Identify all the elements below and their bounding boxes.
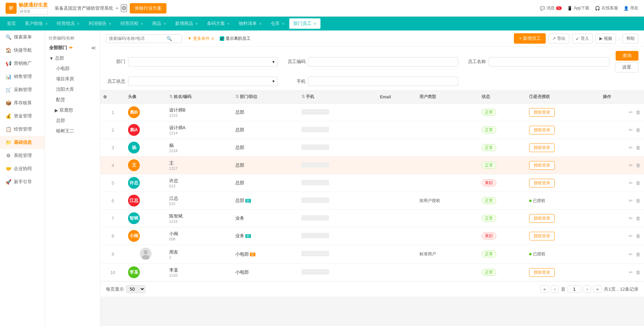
view-button[interactable]: ▶ 视频 (596, 34, 616, 44)
nav-tab-利润报告[interactable]: 利润报告✕ (84, 18, 116, 29)
auth-button[interactable]: 授权登录 (529, 214, 555, 223)
nav-tab-客户联络[interactable]: 客户联络✕ (21, 18, 52, 29)
emp-code-input[interactable] (308, 57, 458, 67)
show-resigned-checkbox[interactable]: 显示离职员工 (220, 36, 251, 42)
trial-button[interactable]: 体验行业方案 (130, 3, 166, 14)
delete-icon[interactable]: 🗑 (636, 127, 641, 133)
auth-button[interactable]: 授权登录 (529, 179, 555, 187)
tab-close-icon[interactable]: ✕ (259, 22, 262, 26)
edit-icon[interactable]: ✏ (629, 180, 633, 186)
sidebar-item-collab[interactable]: 🤝 企业协同 (0, 162, 45, 175)
dept-item-zhishu[interactable]: 植树王二 (45, 126, 100, 136)
tab-close-icon[interactable]: ✕ (109, 22, 111, 26)
delete-icon[interactable]: 🗑 (636, 252, 641, 257)
phone-input[interactable] (308, 77, 458, 86)
export-button[interactable]: ↗ 导出 (548, 34, 569, 44)
dept-collapse-btn[interactable]: ≪ (91, 45, 96, 51)
nav-tab-部门员工[interactable]: 部门员工✕ (289, 18, 320, 29)
app-download-button[interactable]: 📱 App下载 (567, 5, 589, 11)
delete-icon[interactable]: 🗑 (636, 215, 641, 221)
auth-button[interactable]: 授权登录 (529, 108, 555, 117)
help-button[interactable]: 帮助 (623, 34, 638, 44)
tab-close-icon[interactable]: ✕ (314, 22, 316, 26)
message-button[interactable]: 💬 消息 5 (540, 5, 562, 11)
last-page-button[interactable]: » (593, 285, 602, 293)
col-header-3[interactable]: ⇅ 部门/职位 (233, 90, 299, 104)
dept-item-xiaodian[interactable]: 小电部 (45, 63, 100, 74)
dept-filter-select[interactable]: ▾ (128, 57, 278, 67)
edit-icon[interactable]: ✏ (629, 252, 633, 257)
delete-icon[interactable]: 🗑 (636, 145, 641, 150)
nav-tab-商品[interactable]: 商品✕ (148, 18, 170, 29)
dept-item-distribution[interactable]: 配货 (45, 95, 100, 105)
nav-tab-仓库[interactable]: 仓库✕ (266, 18, 289, 29)
edit-icon[interactable]: ✏ (629, 215, 633, 221)
delete-icon[interactable]: 🗑 (636, 198, 641, 203)
edit-icon[interactable]: ✏ (629, 270, 633, 275)
auth-button[interactable]: 授权登录 (529, 232, 555, 240)
emp-status-select[interactable]: ▾ (128, 77, 278, 86)
tab-close-icon[interactable]: ✕ (163, 22, 166, 26)
auth-button[interactable]: 授权登录 (529, 268, 555, 277)
next-page-button[interactable]: › (583, 285, 591, 293)
nav-tab-新增商品[interactable]: 新增商品✕ (171, 18, 202, 29)
nav-tab-首页[interactable]: 首页 (3, 18, 20, 29)
sidebar-item-marketing[interactable]: 📢 营销推广 (0, 57, 45, 70)
delete-icon[interactable]: 🗑 (636, 270, 641, 275)
edit-icon[interactable]: ✏ (629, 198, 633, 203)
sidebar-item-search[interactable]: 🔍 搜索菜单 (0, 30, 45, 44)
delete-icon[interactable]: 🗑 (636, 162, 641, 168)
user-menu[interactable]: 👤 用友 (624, 5, 638, 11)
sidebar-item-guide[interactable]: 🚀 新手引导 (0, 175, 45, 188)
sidebar-item-sales[interactable]: 📊 销售管理 (0, 70, 45, 83)
query-button[interactable]: 查询 (616, 51, 638, 61)
online-service-button[interactable]: 🎧 在线客服 (595, 5, 618, 11)
settings-button[interactable]: ⚙ (121, 4, 127, 12)
current-page-input[interactable] (568, 285, 581, 293)
emp-name-input[interactable] (489, 57, 609, 67)
dept-search-input[interactable] (48, 36, 100, 41)
dropdown-icon[interactable]: ▾ (116, 6, 118, 11)
more-conditions-btn[interactable]: ▼ 更多条件 ∧ (185, 34, 217, 43)
auth-button[interactable]: 授权登录 (529, 161, 555, 170)
nav-tab-经营情况[interactable]: 经营情况✕ (53, 18, 84, 29)
add-employee-button[interactable]: + 新增员工 (514, 33, 545, 44)
per-page-select[interactable]: 50 100 (126, 285, 145, 293)
sidebar-item-system[interactable]: ⚙ 系统管理 (0, 149, 45, 162)
search-icon[interactable]: 🔍 (166, 36, 172, 41)
prev-page-button[interactable]: ‹ (551, 285, 559, 293)
sidebar-item-nav[interactable]: 🏠 快捷导航 (0, 44, 45, 57)
sidebar-item-business[interactable]: 📋 经营管理 (0, 123, 45, 136)
delete-icon[interactable]: 🗑 (636, 109, 641, 115)
tab-close-icon[interactable]: ✕ (227, 22, 230, 26)
edit-icon[interactable]: ✏ (629, 109, 633, 115)
dept-item-hq[interactable]: ▼ 总部 (45, 53, 100, 63)
sidebar-item-basic[interactable]: 📁 基础信息 (0, 136, 45, 149)
nav-tab-条码方案[interactable]: 条码方案✕ (203, 18, 234, 29)
edit-icon[interactable]: ✏ (629, 233, 633, 239)
sidebar-item-purchase[interactable]: 🛒 采购管理 (0, 83, 45, 96)
settings-col-icon[interactable]: ⚙ (103, 95, 107, 99)
nav-tab-物料清单[interactable]: 物料清单✕ (235, 18, 266, 29)
dept-edit-icon[interactable]: ✏ (69, 45, 73, 50)
tab-close-icon[interactable]: ✕ (282, 22, 284, 26)
import-button[interactable]: ↙ 导入 (572, 34, 593, 44)
delete-icon[interactable]: 🗑 (636, 180, 641, 186)
dept-item-project[interactable]: 项目库房 (45, 74, 100, 84)
edit-icon[interactable]: ✏ (629, 145, 633, 150)
dept-item-shenyang[interactable]: 沈阳大库 (45, 84, 100, 95)
set-button[interactable]: 设置 (615, 62, 638, 72)
auth-button[interactable]: 授权登录 (529, 126, 555, 134)
tab-close-icon[interactable]: ✕ (140, 22, 143, 26)
sidebar-item-inventory[interactable]: 📦 库存核算 (0, 96, 45, 109)
first-page-button[interactable]: « (540, 285, 549, 293)
tab-close-icon[interactable]: ✕ (195, 22, 198, 26)
dept-item-hq2[interactable]: 总部 (45, 115, 100, 126)
edit-icon[interactable]: ✏ (629, 127, 633, 133)
emp-search-input[interactable] (109, 36, 164, 41)
tab-close-icon[interactable]: ✕ (77, 22, 80, 26)
dept-item-shuanglu[interactable]: ▶ 双鹿想 (45, 105, 100, 115)
delete-icon[interactable]: 🗑 (636, 233, 641, 239)
col-header-2[interactable]: ⇅ 姓名/编码 (166, 90, 233, 104)
edit-icon[interactable]: ✏ (629, 162, 633, 168)
